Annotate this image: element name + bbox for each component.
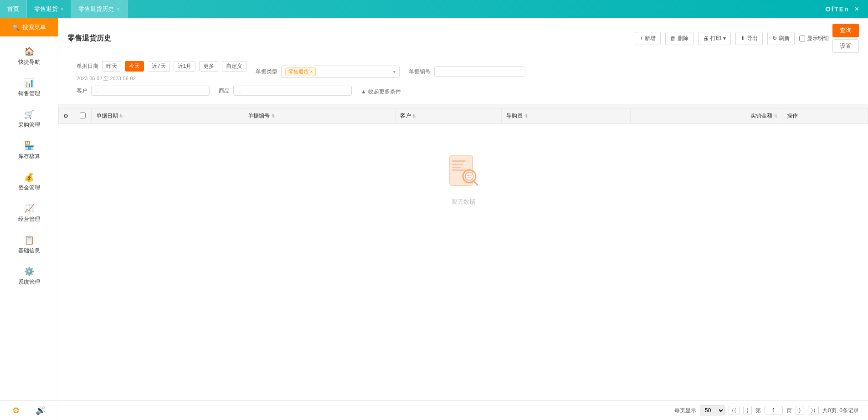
select-all-checkbox[interactable]	[80, 113, 86, 118]
sidebar-item-operations[interactable]: 📈 经营管理	[3, 198, 55, 229]
goods-select[interactable]: ...	[233, 86, 352, 96]
sidebar-item-quick-nav[interactable]: 🏠 快捷导航	[3, 41, 55, 72]
finance-icon: 💰	[24, 172, 34, 182]
tab-bar: 首页 零售退货 × 零售退货历史 ×	[0, 0, 818, 18]
purchase-mgmt-icon: 🛒	[24, 109, 34, 119]
filter-row-1: 单据日期 昨天 今天 近7天 近1月 更多 自定义	[77, 61, 850, 82]
query-button[interactable]: 查询	[832, 24, 859, 37]
tab-retail-return-close[interactable]: ×	[61, 6, 63, 12]
pagination-bar: 每页显示 50 100 200 ⟨⟨ ⟨ 第 页 ⟩ ⟩⟩ 共0页, 0条记录	[58, 400, 868, 420]
col-customer: 客户 ⇅	[395, 108, 501, 124]
toolbar-right-btns: 查询 设置	[832, 24, 859, 53]
delete-button[interactable]: 🗑 删除	[665, 32, 693, 45]
col-guide-sort-icon[interactable]: ⇅	[524, 113, 528, 118]
custom-btn[interactable]: 自定义	[222, 61, 247, 72]
col-amount: 实销金额 ⇅	[631, 108, 782, 124]
col-customer-label: 客户	[400, 112, 411, 120]
header-top: 零售退货历史 + 新增 🗑 删除	[67, 24, 859, 104]
content-area: 零售退货历史 + 新增 🗑 删除	[58, 18, 868, 420]
toolbar-actions: + 新增 🗑 删除 🖨 打印 ▾	[635, 32, 829, 45]
svg-rect-4	[452, 169, 465, 171]
last-page-button[interactable]: ⟩⟩	[808, 406, 819, 415]
new-button[interactable]: + 新增	[635, 32, 661, 45]
today-btn[interactable]: 今天	[125, 61, 144, 72]
print-button[interactable]: 🖨 打印 ▾	[698, 32, 731, 45]
page-header: 零售退货历史 + 新增 🗑 删除	[58, 18, 868, 104]
sidebar-search[interactable]: 🔍 搜索菜单	[0, 18, 58, 36]
window-close-button[interactable]: ×	[853, 5, 861, 13]
page-title: 零售退货历史	[67, 34, 111, 43]
col-bill-no: 单据编号 ⇅	[243, 108, 395, 124]
sidebar-item-sales-mgmt[interactable]: 📊 销售管理	[3, 72, 55, 103]
sidebar-item-purchase-mgmt[interactable]: 🛒 采购管理	[3, 104, 55, 134]
data-table: ⚙ 单据日期 ⇅ 单据编号	[58, 108, 868, 124]
sidebar-item-inventory[interactable]: 🏪 库存核算	[3, 135, 55, 166]
bill-type-tag-close[interactable]: ×	[310, 69, 313, 74]
collapse-btn[interactable]: ▲ 收起更多条件	[361, 88, 401, 96]
table-container: ⚙ 单据日期 ⇅ 单据编号	[58, 108, 868, 400]
show-detail-checkbox[interactable]	[799, 36, 805, 41]
sidebar-item-inventory-label: 库存核算	[18, 153, 40, 160]
goods-label: 商品	[219, 87, 230, 95]
refresh-button[interactable]: ↻ 刷新	[767, 32, 795, 45]
date-range-text: 2023-06-02 至 2023-06-02	[77, 75, 136, 82]
tab-retail-return[interactable]: 零售退货 ×	[27, 0, 71, 18]
main-layout: 🔍 搜索菜单 🏠 快捷导航 📊 销售管理 🛒 采购管理 🏪 库存核算 💰	[0, 18, 868, 420]
col-amount-sort-icon[interactable]: ⇅	[774, 113, 777, 118]
col-check	[75, 108, 92, 124]
refresh-label: 刷新	[779, 35, 790, 42]
col-guide: 导购员 ⇅	[501, 108, 630, 124]
sidebar-settings-button[interactable]: ⚙	[12, 405, 20, 415]
filter-row-2: 客户 ... 商品 ...	[77, 86, 850, 96]
more-btn[interactable]: 更多	[199, 61, 218, 72]
next-page-button[interactable]: ⟩	[796, 406, 804, 415]
sidebar-item-operations-label: 经营管理	[18, 215, 40, 223]
page-label: 第	[755, 407, 761, 415]
sidebar-item-sys-mgmt[interactable]: ⚙️ 系统管理	[3, 261, 55, 292]
sys-mgmt-icon: ⚙️	[24, 266, 34, 277]
sidebar-item-quick-nav-label: 快捷导航	[18, 58, 40, 66]
total-label: 共0页, 0条记录	[822, 407, 859, 415]
sales-mgmt-icon: 📊	[24, 78, 34, 88]
settings-button[interactable]: 设置	[832, 39, 859, 53]
empty-state: 暂无数据	[58, 124, 868, 233]
show-detail-label: 显示明细	[807, 35, 829, 42]
page-number-input[interactable]	[765, 406, 783, 415]
goods-placeholder: ...	[237, 87, 242, 94]
show-detail-checkbox-label[interactable]: 显示明细	[799, 35, 829, 42]
col-amount-label: 实销金额	[750, 112, 772, 120]
last1m-btn[interactable]: 近1月	[174, 61, 196, 72]
sidebar-bottom: ⚙ 🔊	[0, 400, 58, 420]
bill-no-input[interactable]	[434, 67, 525, 77]
export-button[interactable]: ⬆ 导出	[735, 32, 763, 45]
tab-retail-return-history[interactable]: 零售退货历史 ×	[71, 0, 127, 18]
tab-home[interactable]: 首页	[0, 0, 27, 18]
col-action-label: 操作	[787, 113, 798, 119]
date-filter-group: 昨天 今天 近7天 近1月 更多 自定义	[102, 61, 247, 72]
col-action: 操作	[782, 108, 868, 124]
print-arrow-icon: ▾	[723, 35, 726, 41]
prev-page-button[interactable]: ⟨	[743, 406, 752, 415]
tab-retail-return-history-close[interactable]: ×	[117, 6, 119, 12]
gear-icon[interactable]: ⚙	[63, 113, 68, 119]
sidebar-item-finance[interactable]: 💰 资金管理	[3, 167, 55, 197]
col-bill-no-sort-icon[interactable]: ⇅	[271, 113, 275, 118]
bill-type-select[interactable]: 零售退货 × ▾	[281, 66, 400, 78]
col-date-sort-icon[interactable]: ⇅	[119, 113, 123, 118]
per-page-select[interactable]: 50 100 200	[700, 405, 725, 415]
sidebar-item-basic-info[interactable]: 📋 基础信息	[3, 230, 55, 260]
brand-label: OfTEn	[826, 5, 849, 13]
sidebar: 🔍 搜索菜单 🏠 快捷导航 📊 销售管理 🛒 采购管理 🏪 库存核算 💰	[0, 18, 58, 420]
filter-area: 单据日期 昨天 今天 近7天 近1月 更多 自定义	[67, 56, 859, 104]
col-customer-sort-icon[interactable]: ⇅	[412, 113, 416, 118]
first-page-button[interactable]: ⟨⟨	[729, 406, 740, 415]
tab-retail-return-label: 零售退货	[34, 5, 58, 13]
sidebar-speaker-button[interactable]: 🔊	[36, 405, 46, 415]
svg-rect-2	[452, 164, 463, 165]
customer-placeholder: ...	[95, 87, 100, 94]
sidebar-item-sales-mgmt-label: 销售管理	[18, 90, 40, 97]
last7-btn[interactable]: 近7天	[148, 61, 170, 72]
yesterday-btn[interactable]: 昨天	[102, 61, 121, 72]
customer-select[interactable]: ...	[91, 86, 210, 96]
quick-nav-icon: 🏠	[24, 46, 34, 56]
